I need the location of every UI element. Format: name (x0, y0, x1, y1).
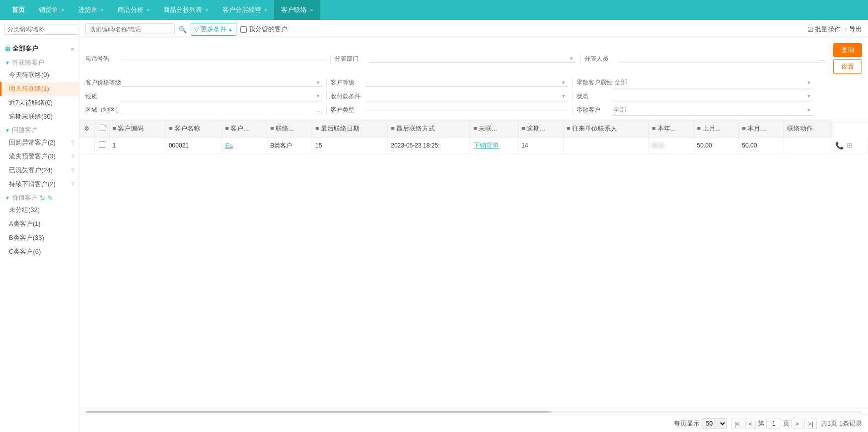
table-header-uncontacted: ≡ 未联... (470, 120, 518, 138)
dept-select[interactable]: ▼ (369, 55, 576, 63)
sidebar-all-customers[interactable]: ⊞ 全部客户 « (0, 41, 79, 56)
edit-icon[interactable]: ✎ (47, 194, 53, 202)
sidebar-item-class-a[interactable]: A类客户(1) (0, 217, 79, 231)
page-size-label: 每页显示 (674, 419, 700, 428)
nav-customer-layered[interactable]: 客户分层经营 × (216, 0, 274, 20)
close-purchase-order-icon[interactable]: × (100, 7, 103, 13)
page-label: 第 (758, 419, 764, 428)
retail-caret-icon: ▼ (806, 107, 811, 113)
table-header-checkbox[interactable] (94, 120, 109, 138)
page-size-select[interactable]: 50 100 200 (702, 418, 727, 429)
person-select[interactable]: ... (619, 55, 825, 63)
customer-level-select[interactable]: ▼ (365, 79, 568, 87)
select-all-checkbox[interactable] (99, 125, 105, 131)
row-checkbox[interactable] (99, 142, 105, 148)
triangle-icon: ▼ (5, 60, 10, 66)
close-product-analysis-icon[interactable]: × (146, 7, 149, 13)
close-customer-layered-icon[interactable]: × (264, 7, 267, 13)
sidebar: 🔍 ⊞ 全部客户 « ▼ 待联络客户 今天待联络(0) 明天待联络(1) 近7天… (0, 20, 79, 432)
sidebar-item-overdue-contact[interactable]: 逾期未联络(30) (0, 110, 79, 124)
phone-input[interactable] (120, 58, 326, 60)
sidebar-item-churn-warning[interactable]: 流失预警客户(3) ? (0, 149, 79, 163)
nav-product-analysis[interactable]: 商品分析 × (111, 0, 156, 20)
sidebar-item-declining[interactable]: 持续下滑客户(2) ? (0, 177, 79, 191)
sidebar-item-today-contact[interactable]: 今天待联络(0) (0, 68, 79, 82)
nature-select[interactable]: ▼ (120, 92, 322, 100)
my-customer-checkbox[interactable] (240, 26, 247, 33)
toolbar-search-input[interactable] (85, 23, 175, 35)
close-product-analysis-list-icon[interactable]: × (205, 7, 208, 13)
sidebar-item-tomorrow-contact[interactable]: 明天待联络(1) (0, 82, 79, 96)
area-more-icon[interactable]: ... (316, 107, 320, 113)
table-header-customer-type: ≡ 客户... (222, 120, 267, 138)
page-number-input[interactable] (766, 419, 781, 429)
nav-home[interactable]: 首页 (5, 0, 32, 20)
phone-label: 电话号码 (85, 55, 120, 63)
horizontal-scrollbar[interactable] (79, 409, 868, 415)
my-customer-checkbox-label[interactable]: 我分管的客户 (240, 25, 288, 34)
retail-select[interactable]: 全部 ▼ (611, 104, 813, 116)
collapse-icon[interactable]: « (71, 46, 74, 52)
sidebar-item-churned[interactable]: 已流失客户(24) ? (0, 163, 79, 177)
table-header-this-month: ≡ 本月... (739, 120, 784, 138)
more-filter-button[interactable]: ▽ 更多条件 ▲ (191, 23, 236, 36)
nav-sales-order[interactable]: 销货单 × (32, 0, 71, 20)
scrollbar-thumb[interactable] (85, 411, 551, 413)
row-contact-person: 姓名 (649, 138, 694, 154)
sidebar-item-7day-contact[interactable]: 近7天待联络(0) (0, 96, 79, 110)
dept-label: 分管部门 (335, 55, 369, 63)
status-select[interactable]: ▼ (611, 92, 813, 100)
sidebar-item-class-c[interactable]: C类客户(6) (0, 245, 79, 259)
table-header-last-contact-date: ≡ 最后联络日期 (312, 120, 387, 138)
close-customer-contact-icon[interactable]: × (310, 7, 313, 13)
sidebar-search-area: 🔍 (0, 20, 79, 39)
row-action-phone-icon[interactable]: 📞 (835, 142, 844, 149)
help-icon-3[interactable]: ? (71, 167, 74, 173)
table-row: 1 000021 Ea B类客户 15 2023-05-23 18:25: 下销… (79, 138, 868, 154)
payment-caret-icon: ▼ (561, 93, 566, 99)
help-icon-4[interactable]: ? (71, 181, 74, 187)
payment-select[interactable]: ▼ (365, 92, 568, 100)
sidebar-group-pending: ▼ 待联络客户 (0, 56, 79, 68)
table-header-settings[interactable]: ⚙ (79, 120, 94, 138)
sidebar-item-class-b[interactable]: B类客户(33) (0, 231, 79, 245)
export-button[interactable]: ↑ 导出 (845, 25, 863, 34)
retail-attr-select[interactable]: 全部 ▼ (612, 77, 813, 88)
settings-button[interactable]: 设置 (833, 59, 862, 74)
batch-operation-button[interactable]: ☑ 批量操作 (807, 25, 841, 34)
last-page-button[interactable]: >| (804, 419, 817, 429)
top-navigation: 首页 销货单 × 进货单 × 商品分析 × 商品分析列表 × 客户分层经营 × … (0, 0, 868, 20)
nav-purchase-order[interactable]: 进货单 × (71, 0, 110, 20)
page-unit-label: 页 (783, 419, 790, 428)
row-code: 000021 (165, 138, 221, 154)
price-level-select[interactable]: ▼ (121, 79, 322, 87)
page-navigation: |< < 第 页 > >| (731, 419, 817, 429)
sidebar-item-ungrouped[interactable]: 未分组(32) (0, 203, 79, 217)
page-size-area: 每页显示 50 100 200 (674, 418, 727, 429)
row-checkbox-cell[interactable] (94, 138, 109, 154)
row-last-contact-method[interactable]: 下销货单 (470, 138, 518, 154)
filter-panel: 电话号码 分管部门 ▼ 分管人员 ... (79, 39, 868, 120)
row-name[interactable]: Ea (222, 138, 267, 154)
query-button[interactable]: 查询 (833, 43, 862, 57)
nav-customer-contact[interactable]: 客户联络 × (274, 0, 320, 20)
customer-type-select[interactable] (365, 109, 568, 111)
first-page-button[interactable]: |< (731, 419, 743, 429)
nav-product-analysis-list[interactable]: 商品分析列表 × (156, 0, 215, 20)
sidebar-search-input[interactable] (4, 24, 79, 35)
triangle-icon-3: ▼ (5, 195, 10, 201)
prev-page-button[interactable]: < (745, 419, 756, 429)
refresh-icon[interactable]: ↻ (40, 194, 45, 202)
sidebar-item-repurchase-abnormal[interactable]: 回购异常客户(2) ? (0, 136, 79, 149)
next-page-button[interactable]: > (792, 419, 802, 429)
content-area: 🔍 ▽ 更多条件 ▲ 我分管的客户 ☑ 批量操作 ↑ 导出 (79, 20, 868, 432)
help-icon-1[interactable]: ? (71, 140, 74, 145)
toolbar-search-button[interactable]: 🔍 (179, 26, 187, 33)
customer-table: ⚙ ≡ 客户编码 ≡ 客户名称 ≡ 客户... ≡ 联络... ≡ 最后联络日期… (79, 120, 868, 154)
person-more-icon[interactable]: ... (819, 56, 823, 62)
row-action-grid-icon[interactable]: ⊞ (847, 142, 853, 149)
row-uncontacted: 14 (518, 138, 564, 154)
help-icon-2[interactable]: ? (71, 153, 74, 159)
close-sales-order-icon[interactable]: × (61, 7, 64, 13)
area-select[interactable]: ... (121, 106, 322, 114)
